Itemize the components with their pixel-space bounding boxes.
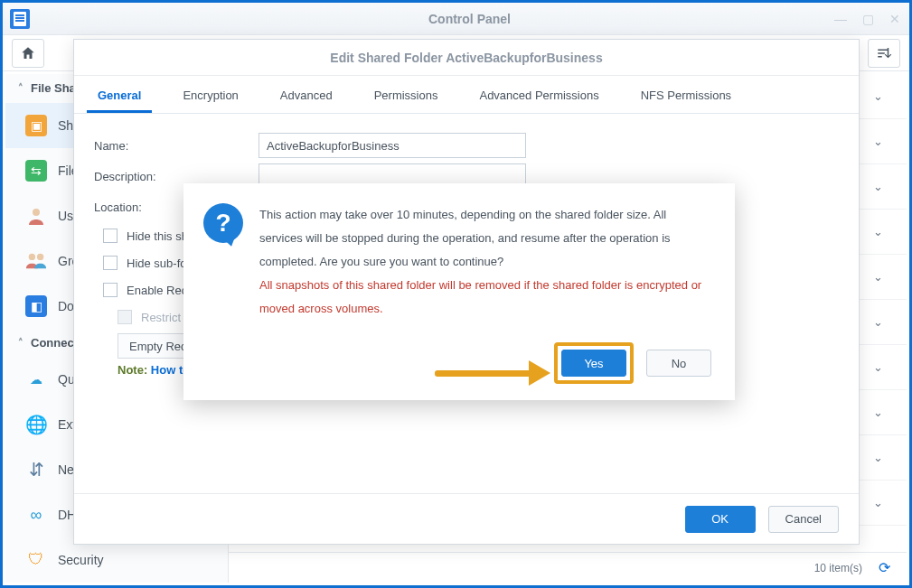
cloud-icon: ☁ — [25, 369, 47, 390]
chevron-down-icon: ⌄ — [873, 496, 883, 509]
chevron-down-icon: ⌄ — [873, 451, 883, 464]
confirm-dialog: ? This action may take over 10 minutes, … — [183, 183, 735, 400]
user-icon — [25, 205, 47, 227]
control-panel-window: Control Panel — ▢ ✕ ˄ File Sharing ▣ Sha… — [0, 0, 912, 588]
restrict-admin-checkbox — [118, 310, 132, 324]
chevron-up-icon: ˄ — [18, 337, 24, 349]
chevron-down-icon: ⌄ — [873, 135, 883, 148]
sort-button[interactable] — [868, 39, 900, 68]
question-icon: ? — [203, 203, 243, 243]
chevron-down-icon: ⌄ — [873, 315, 883, 329]
file-icon: ⇆ — [25, 160, 47, 182]
close-icon[interactable]: ✕ — [888, 12, 902, 26]
titlebar: Control Panel — ▢ ✕ — [3, 3, 909, 35]
minimize-icon[interactable]: — — [833, 12, 848, 26]
name-input[interactable] — [259, 133, 526, 158]
focus-highlight: Yes — [554, 342, 634, 384]
ok-button[interactable]: OK — [685, 506, 756, 533]
svg-point-0 — [33, 209, 40, 216]
chevron-up-icon: ˄ — [18, 82, 24, 94]
sort-icon — [876, 45, 892, 61]
dialog-tabs: General Encryption Advanced Permissions … — [74, 76, 859, 114]
tab-advanced[interactable]: Advanced — [269, 79, 343, 113]
hide-folder-checkbox[interactable] — [103, 229, 118, 243]
enable-recycle-checkbox[interactable] — [103, 283, 118, 297]
chevron-down-icon: ⌄ — [873, 406, 883, 419]
tab-encryption[interactable]: Encryption — [172, 79, 249, 113]
yes-button[interactable]: Yes — [561, 350, 626, 377]
sidebar-item-label: Security — [58, 553, 104, 567]
no-button[interactable]: No — [646, 350, 711, 377]
home-button[interactable] — [12, 39, 44, 68]
app-icon — [10, 9, 30, 29]
dialog-title: Edit Shared Folder ActiveBackupforBusine… — [74, 40, 859, 76]
chevron-down-icon: ⌄ — [873, 225, 883, 238]
svg-point-2 — [37, 253, 43, 259]
home-icon — [20, 45, 36, 61]
chevron-down-icon: ⌄ — [873, 89, 883, 103]
reload-icon[interactable]: ⟳ — [879, 559, 890, 576]
cancel-button[interactable]: Cancel — [768, 506, 839, 533]
item-count: 10 item(s) — [814, 562, 862, 574]
tab-nfs-permissions[interactable]: NFS Permissions — [630, 79, 742, 113]
dhcp-icon: ∞ — [25, 504, 47, 526]
confirm-message: This action may take over 10 minutes, de… — [259, 203, 711, 274]
status-bar: 10 item(s) ⟳ — [229, 552, 907, 583]
confirm-warning: All snapshots of this shared folder will… — [259, 274, 711, 321]
network-icon: ⇵ — [25, 459, 47, 481]
note-label: Note: — [118, 363, 147, 377]
domain-icon: ◧ — [25, 295, 47, 317]
chevron-down-icon: ⌄ — [873, 270, 883, 284]
tab-permissions[interactable]: Permissions — [363, 79, 449, 113]
shield-icon: 🛡 — [25, 549, 47, 571]
tab-advanced-permissions[interactable]: Advanced Permissions — [468, 79, 609, 113]
group-icon — [25, 250, 47, 272]
folder-icon: ▣ — [25, 115, 47, 136]
chevron-down-icon: ⌄ — [873, 360, 883, 374]
svg-point-1 — [29, 253, 35, 259]
chevron-down-icon: ⌄ — [873, 180, 883, 193]
window-title: Control Panel — [30, 12, 909, 26]
maximize-icon[interactable]: ▢ — [860, 12, 875, 26]
globe-icon: 🌐 — [25, 414, 47, 435]
name-label: Name: — [94, 139, 259, 153]
tab-general[interactable]: General — [87, 79, 152, 113]
description-label: Description: — [94, 170, 259, 183]
hide-subfolders-checkbox[interactable] — [103, 256, 118, 270]
